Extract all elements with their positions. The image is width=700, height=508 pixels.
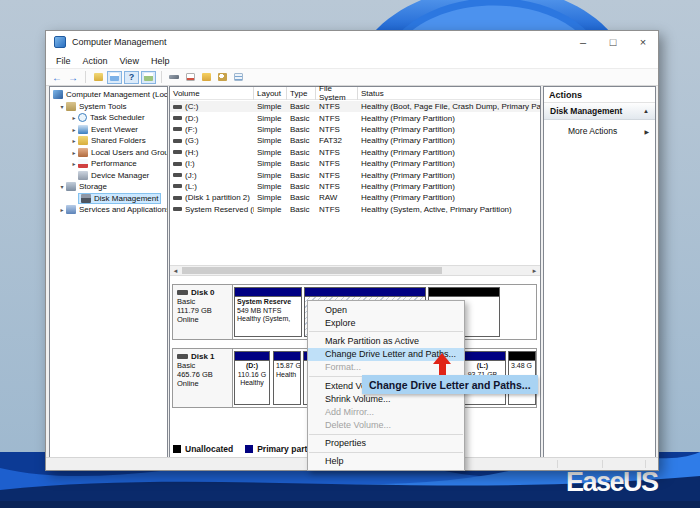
menu-file[interactable]: File: [50, 56, 77, 66]
computer-icon: [53, 90, 63, 99]
partition-system-reserved[interactable]: System Reserve 549 MB NTFS Healthy (Syst…: [234, 287, 302, 337]
menu-item-open[interactable]: Open: [308, 303, 464, 316]
partition[interactable]: 15.87 G Health: [273, 351, 301, 405]
sidebar-item-task-scheduler[interactable]: ▸ Task Scheduler: [50, 112, 167, 124]
column-header-type[interactable]: Type: [287, 87, 316, 100]
actions-group-disk-management[interactable]: Disk Management ▲: [544, 103, 655, 120]
primary-partition-legend-icon: [245, 445, 253, 453]
partition-legend: Unallocated Primary partition: [173, 444, 325, 454]
expander-collapsed-icon[interactable]: ▸: [70, 114, 78, 121]
disk-management-icon: [81, 194, 91, 203]
menu-help[interactable]: Help: [145, 56, 176, 66]
report-icon[interactable]: [183, 71, 197, 84]
expander-collapsed-icon[interactable]: ▸: [70, 137, 78, 144]
submenu-arrow-icon: ▶: [644, 128, 649, 135]
volume-icon: [173, 162, 182, 166]
forward-icon[interactable]: →: [66, 71, 80, 84]
menu-item-properties[interactable]: Properties: [308, 437, 464, 450]
minimize-button[interactable]: –: [568, 31, 598, 53]
menu-view[interactable]: View: [114, 56, 145, 66]
volume-icon: [173, 150, 182, 154]
up-folder-icon[interactable]: [91, 71, 105, 84]
table-row[interactable]: (D:) Simple Basic NTFS Healthy (Primary …: [170, 112, 540, 123]
pointer-icon[interactable]: [167, 71, 181, 84]
table-row[interactable]: System Reserved (K:) Simple Basic NTFS H…: [170, 204, 540, 215]
sidebar-item-computer-management[interactable]: Computer Management (Local: [50, 89, 167, 101]
table-row[interactable]: (I:) Simple Basic NTFS Healthy (Primary …: [170, 158, 540, 169]
window-title: Computer Management: [72, 37, 167, 47]
column-header-volume[interactable]: Volume: [170, 87, 254, 100]
change-drive-letter-callout: Change Drive Letter and Paths...: [362, 375, 538, 394]
volume-table-body: (C:) Simple Basic NTFS Healthy (Boot, Pa…: [170, 101, 540, 215]
storage-icon: [66, 182, 76, 191]
menu-item-mark-partition-active[interactable]: Mark Partition as Active: [308, 334, 464, 347]
maximize-button[interactable]: □: [598, 31, 628, 53]
sidebar-item-performance[interactable]: ▸ Performance: [50, 158, 167, 170]
more-actions[interactable]: More Actions ▶: [544, 120, 655, 136]
services-icon: [66, 205, 76, 214]
menu-separator: [309, 452, 463, 453]
unallocated-legend-icon: [173, 445, 181, 453]
menu-item-shrink-volume[interactable]: Shrink Volume...: [308, 392, 464, 405]
menu-bar: File Action View Help: [46, 53, 658, 68]
volume-icon: [173, 207, 182, 211]
event-viewer-icon: [78, 125, 88, 134]
disk0-label[interactable]: Disk 0 Basic 111.79 GB Online: [173, 285, 233, 339]
horizontal-scrollbar[interactable]: ◄ ►: [170, 265, 540, 276]
expander-collapsed-icon[interactable]: ▸: [70, 149, 78, 156]
close-button[interactable]: ×: [628, 31, 658, 53]
action-pane-icon[interactable]: [141, 71, 156, 84]
disk1-label[interactable]: Disk 1 Basic 465.76 GB Online: [173, 349, 233, 407]
table-row[interactable]: (J:) Simple Basic NTFS Healthy (Primary …: [170, 169, 540, 180]
table-row[interactable]: (H:) Simple Basic NTFS Healthy (Primary …: [170, 147, 540, 158]
expander-collapsed-icon[interactable]: ▸: [58, 206, 66, 213]
toolbar-separator: [85, 71, 86, 83]
sidebar-item-services[interactable]: ▸ Services and Applications: [50, 204, 167, 216]
expander-expanded-icon[interactable]: ▾: [58, 183, 66, 190]
help-icon[interactable]: ?: [124, 71, 139, 84]
unallocated-bar: [429, 288, 499, 297]
system-tools-icon: [66, 102, 76, 111]
column-header-layout[interactable]: Layout: [254, 87, 287, 100]
list-icon[interactable]: [231, 71, 245, 84]
menu-action[interactable]: Action: [77, 56, 114, 66]
sidebar-item-event-viewer[interactable]: ▸ Event Viewer: [50, 124, 167, 136]
sidebar-item-disk-management[interactable]: Disk Management: [50, 193, 167, 205]
column-header-status[interactable]: Status: [358, 87, 540, 100]
sidebar-item-system-tools[interactable]: ▾ System Tools: [50, 101, 167, 113]
volume-table-header: Volume Layout Type File System Status: [170, 87, 540, 100]
menu-item-explore[interactable]: Explore: [308, 316, 464, 329]
menu-item-add-mirror: Add Mirror...: [308, 405, 464, 418]
collapse-icon[interactable]: ▲: [643, 108, 649, 114]
table-row[interactable]: (G:) Simple Basic FAT32 Healthy (Primary…: [170, 135, 540, 146]
table-row[interactable]: (F:) Simple Basic NTFS Healthy (Primary …: [170, 124, 540, 135]
sidebar-item-shared-folders[interactable]: ▸ Shared Folders: [50, 135, 167, 147]
unallocated-bar: [509, 352, 535, 361]
sidebar-item-local-users[interactable]: ▸ Local Users and Groups: [50, 147, 167, 159]
performance-icon: [78, 159, 88, 168]
export-icon[interactable]: [199, 71, 213, 84]
menu-item-help[interactable]: Help: [308, 455, 464, 468]
column-header-filesystem[interactable]: File System: [316, 87, 358, 100]
table-row[interactable]: (L:) Simple Basic NTFS Healthy (Primary …: [170, 181, 540, 192]
table-row[interactable]: (C:) Simple Basic NTFS Healthy (Boot, Pa…: [170, 101, 540, 112]
back-icon[interactable]: ←: [50, 71, 64, 84]
disk-icon: [177, 354, 188, 359]
expander-collapsed-icon[interactable]: ▸: [70, 126, 78, 133]
expander-collapsed-icon[interactable]: ▸: [70, 160, 78, 167]
volume-icon: [173, 139, 182, 143]
table-row[interactable]: (Disk 1 partition 2) Simple Basic RAW He…: [170, 192, 540, 203]
scroll-right-icon[interactable]: ►: [529, 266, 540, 275]
search-icon[interactable]: [215, 71, 229, 84]
scrollbar-thumb[interactable]: [182, 267, 442, 274]
sidebar-item-device-manager[interactable]: Device Manager: [50, 170, 167, 182]
scroll-left-icon[interactable]: ◄: [170, 266, 181, 275]
console-tree-icon[interactable]: [107, 71, 122, 84]
sidebar-item-storage[interactable]: ▾ Storage: [50, 181, 167, 193]
disk-icon: [177, 290, 188, 295]
expander-expanded-icon[interactable]: ▾: [58, 103, 66, 110]
partition-d[interactable]: (D:) 110.16 G Healthy: [234, 351, 270, 405]
primary-partition-bar: [460, 352, 505, 361]
volume-icon: [173, 196, 182, 200]
menu-item-delete-volume: Delete Volume...: [308, 419, 464, 432]
